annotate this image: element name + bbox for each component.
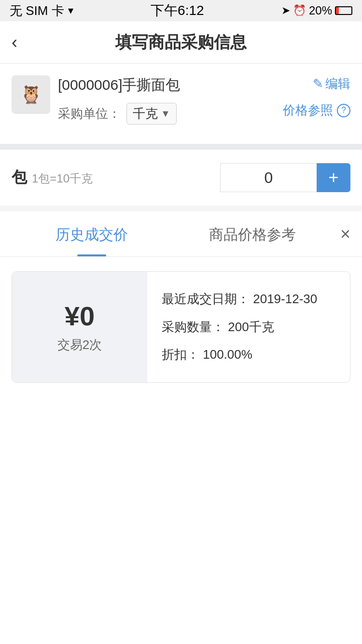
product-name: [0000006]手撕面包	[58, 75, 180, 95]
edit-button[interactable]: ✎ 编辑	[313, 75, 350, 92]
product-thumbnail: 🦉	[12, 75, 50, 114]
clock: 下午6:12	[151, 1, 204, 20]
product-card: 🦉 [0000006]手撕面包 采购单位： 千克 ▼ ✎ 编辑 价格参照	[0, 64, 362, 144]
quantity-input[interactable]	[220, 163, 317, 192]
price-ref-label: 价格参照	[283, 102, 333, 119]
quantity-label: 包 1包=10千克	[12, 167, 93, 188]
history-content: ¥0 交易2次 最近成交日期： 2019-12-30 采购数量： 200千克 折…	[0, 257, 362, 397]
discount-label: 折扣：	[162, 347, 199, 362]
product-left: 🦉 [0000006]手撕面包 采购单位： 千克 ▼	[12, 75, 180, 125]
section-divider	[0, 144, 362, 150]
quantity-row: 包 1包=10千克 +	[0, 150, 362, 206]
quantity-conversion: 1包=10千克	[32, 171, 93, 186]
tabs-section: 历史成交价 商品价格参考 × ¥0 交易2次 最近成交日期： 2019-12-3…	[0, 211, 362, 397]
price-amount: ¥0	[65, 300, 95, 332]
discount-row: 折扣： 100.00%	[162, 345, 335, 365]
battery-percent: 20%	[309, 4, 332, 17]
product-unit-row: 采购单位： 千克 ▼	[58, 103, 180, 125]
back-button[interactable]: ‹	[12, 34, 17, 51]
discount-value: 100.00%	[203, 347, 252, 362]
product-image-icon: 🦉	[20, 84, 42, 105]
last-date-row: 最近成交日期： 2019-12-30	[162, 289, 335, 309]
status-right: ➤ ⏰ 20%	[281, 4, 352, 17]
quantity-value: 200千克	[228, 320, 274, 334]
price-left-panel: ¥0 交易2次	[12, 272, 147, 382]
chevron-down-icon: ▼	[161, 108, 170, 119]
unit-value: 千克	[133, 105, 158, 122]
purchase-quantity-row: 采购数量： 200千克	[162, 317, 335, 337]
price-ref-button[interactable]: 价格参照 ?	[283, 102, 350, 119]
price-right-panel: 最近成交日期： 2019-12-30 采购数量： 200千克 折扣： 100.0…	[147, 272, 350, 382]
last-date-value: 2019-12-30	[253, 292, 317, 306]
wifi-icon: ▾	[68, 4, 73, 17]
tabs-header: 历史成交价 商品价格参考 ×	[0, 211, 362, 257]
alarm-icon: ⏰	[293, 4, 306, 17]
help-icon: ?	[337, 104, 350, 117]
tab-history-price[interactable]: 历史成交价	[12, 211, 172, 256]
nav-bar: ‹ 填写商品采购信息	[0, 21, 362, 64]
product-info: [0000006]手撕面包 采购单位： 千克 ▼	[58, 75, 180, 125]
page-title: 填写商品采购信息	[115, 31, 247, 54]
carrier-text: 无 SIM 卡	[10, 2, 64, 19]
navigation-icon: ➤	[281, 4, 290, 17]
battery-icon	[335, 6, 352, 15]
product-header: 🦉 [0000006]手撕面包 采购单位： 千克 ▼ ✎ 编辑 价格参照	[12, 75, 350, 125]
status-bar: 无 SIM 卡 ▾ 下午6:12 ➤ ⏰ 20%	[0, 0, 362, 21]
price-card: ¥0 交易2次 最近成交日期： 2019-12-30 采购数量： 200千克 折…	[12, 271, 350, 383]
tab-close-button[interactable]: ×	[333, 214, 350, 254]
edit-icon: ✎	[313, 76, 323, 91]
quantity-input-group: +	[220, 163, 350, 192]
unit-select[interactable]: 千克 ▼	[126, 103, 177, 125]
edit-label: 编辑	[325, 75, 350, 92]
quantity-unit-name: 包	[12, 167, 27, 188]
quantity-label-text: 采购数量：	[162, 320, 224, 334]
bottom-space	[0, 397, 362, 644]
quantity-plus-button[interactable]: +	[317, 163, 350, 192]
trade-count: 交易2次	[57, 336, 102, 353]
carrier-wifi: 无 SIM 卡 ▾	[10, 2, 73, 19]
unit-label: 采购单位：	[58, 105, 121, 122]
last-date-label: 最近成交日期：	[162, 292, 250, 306]
tab-product-price-ref[interactable]: 商品价格参考	[172, 211, 332, 256]
